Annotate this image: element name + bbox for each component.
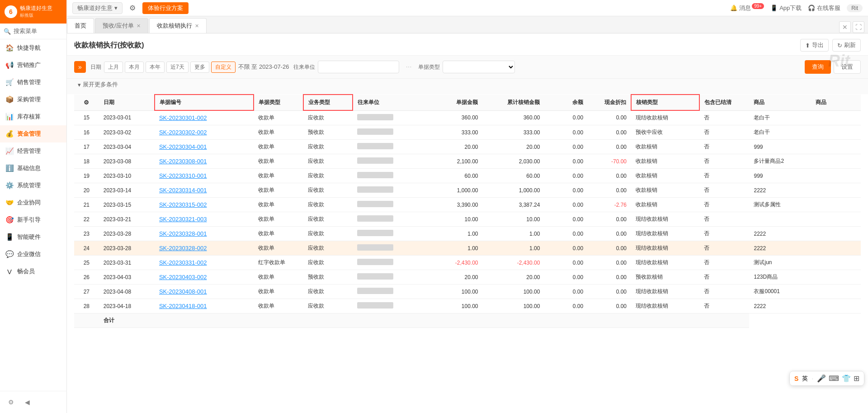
table-row[interactable]: 25 2023-03-31 SK-20230331-002 红字收款单 应收款 … xyxy=(74,256,861,270)
cell-serial[interactable]: SK-20230308-001 xyxy=(155,154,254,169)
tabs-fullscreen-btn[interactable]: ⛶ xyxy=(853,21,864,33)
table-row[interactable]: 26 2023-04-03 SK-20230403-002 收款单 预收款 20… xyxy=(74,270,861,285)
query-btn[interactable]: 查询 xyxy=(805,60,831,74)
cell-biz-type: 预收款 xyxy=(303,125,353,140)
cell-serial[interactable]: SK-20230302-002 xyxy=(155,125,254,140)
th-gear[interactable]: ⚙ xyxy=(74,95,99,110)
refresh-btn[interactable]: ↻ 刷新 xyxy=(832,39,861,52)
cell-date: 2023-03-21 xyxy=(99,212,155,227)
cell-serial[interactable]: SK-20230403-002 xyxy=(155,270,254,285)
serial-link[interactable]: SK-20230321-003 xyxy=(159,216,207,223)
customer-service-btn[interactable]: 🎧 在线客服 xyxy=(808,4,840,12)
cell-serial[interactable]: SK-20230418-001 xyxy=(155,299,254,313)
serial-link[interactable]: SK-20230328-001 xyxy=(159,230,207,237)
enterprise-icon: 🤝 xyxy=(5,199,14,207)
app-download-btn[interactable]: 📱 App下载 xyxy=(770,4,802,12)
cell-balance: 0.00 xyxy=(544,285,588,299)
tab-receipt-verify-close[interactable]: ✕ xyxy=(195,23,199,29)
tab-payable[interactable]: 预收/应付单 ✕ xyxy=(95,18,148,33)
expand-conditions-btn[interactable]: ▾ 展开更多条件 xyxy=(74,79,122,90)
date-7days-btn[interactable]: 近7天 xyxy=(166,62,189,73)
page-header: 收款核销执行(按收款) ⬆ 导出 ↻ 刷新 xyxy=(67,33,868,56)
tabs-close-btn[interactable]: ✕ xyxy=(839,21,851,33)
table-row[interactable]: 18 2023-03-08 SK-20230308-001 收款单 应收款 2,… xyxy=(74,154,861,169)
table-row[interactable]: 17 2023-03-04 SK-20230304-001 收款单 应收款 20… xyxy=(74,140,861,154)
cell-serial[interactable]: SK-20230408-001 xyxy=(155,285,254,299)
sidebar-item-operation[interactable]: 📈 经营管理 xyxy=(0,142,66,160)
shirt-icon[interactable]: 👕 xyxy=(842,374,851,383)
sidebar-item-wechat[interactable]: 💬 企业微信 xyxy=(0,246,66,263)
industry-solution-btn[interactable]: 体验行业方案 xyxy=(142,2,189,14)
serial-link[interactable]: SK-20230308-001 xyxy=(159,158,207,165)
serial-link[interactable]: SK-20230418-001 xyxy=(159,303,207,309)
date-this-year-btn[interactable]: 本年 xyxy=(146,62,165,73)
serial-link[interactable]: SK-20230304-001 xyxy=(159,143,207,150)
table-row[interactable]: 22 2023-03-21 SK-20230321-003 收款单 应收款 10… xyxy=(74,212,861,227)
date-more-btn[interactable]: 更多 xyxy=(190,62,209,73)
cell-serial[interactable]: SK-20230314-001 xyxy=(155,183,254,198)
filter-settings-btn[interactable]: 设置 xyxy=(834,60,861,74)
sidebar-item-quick-nav[interactable]: 🏠 快捷导航 xyxy=(0,39,66,57)
serial-link[interactable]: SK-20230403-002 xyxy=(159,274,207,280)
cell-serial[interactable]: SK-20230328-002 xyxy=(155,241,254,256)
table-row[interactable]: 20 2023-03-14 SK-20230314-001 收款单 应收款 1,… xyxy=(74,183,861,198)
sidebar-item-marketing[interactable]: 📢 营销推广 xyxy=(0,57,66,74)
sidebar-item-sales[interactable]: 🛒 销售管理 xyxy=(0,74,66,91)
cell-doc-type: 收款单 xyxy=(254,241,303,256)
serial-link[interactable]: SK-20230310-001 xyxy=(159,172,207,179)
sidebar-collapse-btn[interactable]: ◀ xyxy=(21,396,33,408)
date-this-month-btn[interactable]: 本月 xyxy=(125,62,144,73)
topbar-settings-btn[interactable]: ⚙ xyxy=(126,2,139,14)
sidebar-item-basic[interactable]: ℹ️ 基础信息 xyxy=(0,160,66,177)
table-row[interactable]: 23 2023-03-28 SK-20230328-001 收款单 应收款 1.… xyxy=(74,227,861,241)
keyboard-icon[interactable]: ⌨ xyxy=(829,374,839,383)
cell-serial[interactable]: SK-20230321-003 xyxy=(155,212,254,227)
filter-toggle-btn[interactable]: » xyxy=(74,61,86,73)
serial-link[interactable]: SK-20230328-002 xyxy=(159,245,207,252)
export-btn[interactable]: ⬆ 导出 xyxy=(800,39,829,52)
sidebar-item-enterprise[interactable]: 🤝 企业协同 xyxy=(0,194,66,211)
serial-link[interactable]: SK-20230408-001 xyxy=(159,288,207,295)
serial-link[interactable]: SK-20230314-001 xyxy=(159,187,207,194)
cell-serial[interactable]: SK-20230304-001 xyxy=(155,140,254,154)
mic-icon[interactable]: 🎤 xyxy=(817,374,826,383)
table-row[interactable]: 27 2023-04-08 SK-20230408-001 收款单 应收款 10… xyxy=(74,285,861,299)
partner-value xyxy=(357,302,393,309)
table-row[interactable]: 15 2023-03-01 SK-20230301-002 收款单 应收款 36… xyxy=(74,110,861,125)
doc-type-select[interactable] xyxy=(443,61,515,73)
cell-serial[interactable]: SK-20230315-002 xyxy=(155,198,254,212)
serial-link[interactable]: SK-20230331-002 xyxy=(159,259,207,266)
sidebar-settings-btn[interactable]: ⚙ xyxy=(5,396,17,408)
table-row[interactable]: 21 2023-03-15 SK-20230315-002 收款单 应收款 3,… xyxy=(74,198,861,212)
cell-serial[interactable]: SK-20230310-001 xyxy=(155,169,254,183)
sidebar-item-finance[interactable]: 💰 资金管理 xyxy=(0,125,66,142)
tab-receipt-verify[interactable]: 收款核销执行 ✕ xyxy=(149,18,207,33)
grid-icon[interactable]: ⊞ xyxy=(854,374,859,383)
serial-link[interactable]: SK-20230315-002 xyxy=(159,201,207,208)
notification-btn[interactable]: 🔔 消息 99+ xyxy=(730,4,764,12)
date-last-month-btn[interactable]: 上月 xyxy=(104,62,123,73)
table-row[interactable]: 16 2023-03-02 SK-20230302-002 收款单 预收款 33… xyxy=(74,125,861,140)
workspace-selector[interactable]: 畅康道好生意 ▾ xyxy=(72,2,123,14)
tab-payable-close[interactable]: ✕ xyxy=(137,23,141,29)
sidebar-item-inventory[interactable]: 📊 库存核算 xyxy=(0,108,66,125)
table-row[interactable]: 28 2023-04-18 SK-20230418-001 收款单 应收款 10… xyxy=(74,299,861,313)
sidebar-item-hardware[interactable]: 📱 智能硬件 xyxy=(0,228,66,246)
cell-serial[interactable]: SK-20230331-002 xyxy=(155,256,254,270)
sidebar-search[interactable]: 🔍 搜索菜单 xyxy=(0,24,66,39)
serial-link[interactable]: SK-20230302-002 xyxy=(159,129,207,136)
table-row[interactable]: 24 2023-03-28 SK-20230328-002 收款单 应收款 1.… xyxy=(74,241,861,256)
sidebar-item-guide[interactable]: 🎯 新手引导 xyxy=(0,211,66,228)
cell-amount: 333.00 xyxy=(427,125,482,140)
user-name[interactable]: Rit xyxy=(847,4,863,12)
sidebar-item-system[interactable]: ⚙️ 系统管理 xyxy=(0,177,66,194)
date-custom-btn[interactable]: 自定义 xyxy=(211,62,236,73)
sidebar-item-purchase[interactable]: 📦 采购管理 xyxy=(0,91,66,108)
tab-home[interactable]: 首页 xyxy=(67,18,94,33)
cell-serial[interactable]: SK-20230328-001 xyxy=(155,227,254,241)
sidebar-item-member[interactable]: V 畅会员 xyxy=(0,263,66,280)
serial-link[interactable]: SK-20230301-002 xyxy=(159,114,207,121)
table-row[interactable]: 19 2023-03-10 SK-20230310-001 收款单 应收款 60… xyxy=(74,169,861,183)
partner-input[interactable] xyxy=(318,61,399,73)
cell-serial[interactable]: SK-20230301-002 xyxy=(155,110,254,125)
